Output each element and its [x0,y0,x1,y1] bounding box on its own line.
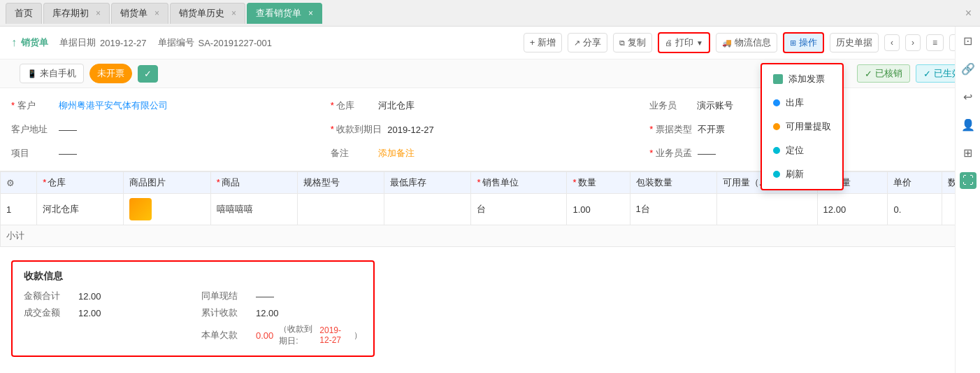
refresh-item[interactable]: 刷新 [762,162,842,186]
col-min-stock: 最低库存 [384,172,471,194]
transaction-amount-row: 成交金额 12.00 [24,307,185,319]
locate-dot [773,147,780,154]
row-product-image [124,194,210,225]
confirm-checkmark-button[interactable]: ✓ [138,65,158,83]
next-button[interactable]: › [905,34,921,51]
view1-button[interactable]: ≡ [926,34,944,51]
customer-row: 客户 柳州粤港平安气体有限公司 [11,97,331,115]
cumulative-payment-row: 累计收款 12.00 [201,307,362,319]
transaction-amount-value: 12.00 [78,308,101,318]
same-order-label: 同单现结 [201,290,250,302]
copy-button[interactable]: ⧉ 复制 [613,33,652,52]
right-sidebar: ⊡ 🔗 ↩ 👤 ⊞ ⛶ [955,27,980,373]
tab-view-sales[interactable]: 查看销货单 × [247,3,322,24]
add-invoice-item[interactable]: 添加发票 [762,67,842,91]
doc-date-item: 单据日期 2019-12-27 [59,36,147,49]
col-product: *商品 [210,172,297,194]
share-button[interactable]: ↗ 分享 [568,33,607,52]
check-icon: ✓ [144,69,152,79]
invoice-icon [773,74,783,84]
row-current-stock: 12.00 [817,194,888,225]
customer-value[interactable]: 柳州粤港平安气体有限公司 [59,99,168,112]
tab-sales-close[interactable]: × [154,8,159,18]
sidebar-icon-expand[interactable]: ⛶ [960,172,977,189]
project-label: 项目 [11,147,53,160]
tab-sales[interactable]: 销货单 × [111,3,168,24]
new-button[interactable]: + 新增 [524,33,562,52]
subtotal-label: 小计 [1,225,980,247]
operation-button[interactable]: ⊞ 操作 [783,32,824,53]
prev-button[interactable]: ‹ [884,34,900,51]
remark-label: 备注 [331,147,373,160]
transaction-amount-label: 成交金额 [24,307,73,319]
sidebar-icon-5[interactable]: ⊞ [960,144,977,161]
share-icon: ↗ [574,38,580,48]
add-remark-button[interactable]: 添加备注 [378,147,415,160]
row-num: 1 [1,194,37,225]
total-amount-row: 金额合计 12.00 [24,290,185,302]
col-spec: 规格型号 [297,172,384,194]
row-product: 嘻嘻嘻嘻 [210,194,297,225]
sidebar-icon-1[interactable]: ⊡ [960,32,977,49]
doc-header: ↑ 销货单 单据日期 2019-12-27 单据编号 SA-20191227-0… [0,27,980,59]
outbound-item[interactable]: 出库 [762,91,842,115]
col-product-image: 商品图片 [124,172,210,194]
cumulative-payment-label: 累计收款 [201,307,250,319]
doc-date-label: 单据日期 [59,36,96,49]
current-due-label: 本单欠款 [201,329,250,342]
gear-icon: ⚙ [6,178,15,188]
row-min-stock [384,194,471,225]
outbound-dot [773,99,780,106]
tab-view-sales-close[interactable]: × [308,8,313,18]
address-value: —— [59,125,77,135]
salesperson2-label: 业务员孟 [649,147,692,160]
doc-number-value: SA-20191227-001 [199,38,273,48]
salesperson-value: 演示账号 [697,99,733,112]
tab-inventory-close[interactable]: × [96,8,101,18]
from-phone-button[interactable]: 📱 来自手机 [20,64,84,83]
tab-bar: 首页 库存期初 × 销货单 × 销货单历史 × 查看销货单 × × [0,0,980,27]
tab-home-label: 首页 [15,7,33,20]
doc-title: 销货单 [21,36,48,49]
due-date-close: ） [354,330,362,342]
subtotal-row: 小计 [1,225,980,247]
doc-icon: ↑ [11,36,17,49]
logistics-icon: 🚚 [722,38,732,48]
not-open-button[interactable]: 未开票 [89,64,132,83]
sidebar-icon-3[interactable]: ↩ [960,88,977,105]
copy-icon: ⧉ [619,38,625,48]
sidebar-icon-4[interactable]: 👤 [960,116,977,133]
history-button[interactable]: 历史单据 [830,33,879,52]
tab-home[interactable]: 首页 [6,3,42,24]
tab-sales-history[interactable]: 销货单历史 × [170,3,245,24]
sidebar-icon-2[interactable]: 🔗 [960,60,977,77]
row-unit: 台 [471,194,567,225]
due-date-info: （收款到期日: [279,323,314,347]
row-package-qty: 1台 [630,194,716,225]
outbound-label: 出库 [786,97,804,109]
tab-sales-history-close[interactable]: × [231,8,236,18]
verified-badge[interactable]: ✓ 已核销 [857,64,910,83]
doc-number-item: 单据编号 SA-20191227-001 [158,36,273,49]
summary-title: 收款信息 [24,270,362,283]
add-invoice-label: 添加发票 [788,73,825,85]
payment-date-row: 收款到期日 2019-12-27 [331,120,650,139]
row-warehouse: 河北仓库 [37,194,124,225]
due-date-value: 2019-12-27 [319,325,348,345]
current-due-row: 本单欠款 0.00 （收款到期日: 2019-12-27 ） [201,323,362,347]
table-row: 1 河北仓库 嘻嘻嘻嘻 台 1.00 1台 12.00 0. [1,194,980,225]
locate-item[interactable]: 定位 [762,139,842,162]
current-due-value: 0.00 [256,330,273,341]
customer-label: 客户 [11,99,53,112]
window-close-button[interactable]: × [963,4,974,22]
effective-icon: ✓ [923,69,931,79]
available-extract-item[interactable]: 可用量提取 [762,115,842,139]
col-settings[interactable]: ⚙ [1,172,37,194]
toolbar-right: + 新增 ↗ 分享 ⧉ 复制 🖨 打印 ▼ 🚚 物流信息 [524,32,969,53]
phone-icon: 📱 [27,69,37,78]
warehouse-row: 仓库 河北仓库 [331,97,650,115]
verified-icon: ✓ [865,69,872,79]
print-button[interactable]: 🖨 打印 ▼ [658,32,710,53]
tab-inventory[interactable]: 库存期初 × [43,3,110,24]
logistics-button[interactable]: 🚚 物流信息 [716,33,777,52]
